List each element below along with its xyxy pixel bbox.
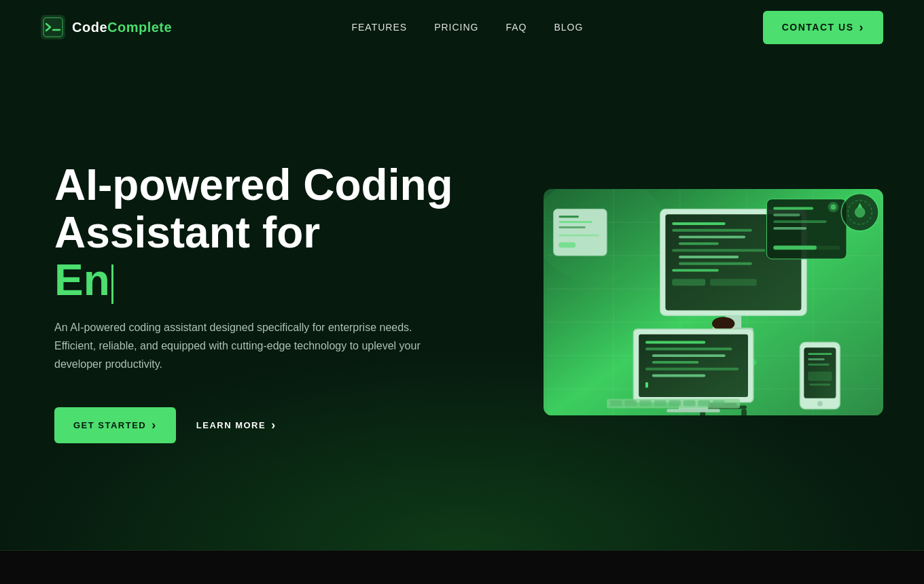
svg-rect-21 [679,256,739,258]
svg-rect-42 [559,242,576,247]
svg-rect-47 [741,409,747,415]
hero-image-container [544,189,883,415]
svg-rect-41 [559,234,599,236]
svg-point-83 [817,401,823,407]
svg-rect-54 [639,334,748,397]
svg-rect-32 [773,227,806,230]
svg-rect-60 [652,374,705,377]
svg-rect-22 [679,262,752,265]
svg-rect-55 [645,341,705,343]
hero-title-highlight: En [54,256,110,305]
svg-point-34 [831,204,836,209]
svg-rect-78 [808,353,832,355]
svg-rect-80 [808,364,829,366]
svg-rect-31 [773,220,826,223]
svg-rect-29 [773,207,813,209]
logo-icon [41,15,65,39]
svg-rect-65 [610,400,622,407]
learn-more-button[interactable]: LEARN MORE [196,418,277,432]
svg-rect-40 [559,226,586,228]
chevron-right-icon [859,20,864,35]
svg-rect-19 [679,242,719,245]
hero-section: AI-powered Coding Assistant for En An AI… [0,54,924,550]
cursor-blink [111,264,113,304]
svg-rect-30 [773,213,800,216]
svg-rect-56 [645,347,732,350]
chevron-right-icon [152,418,157,432]
svg-rect-36 [773,245,817,250]
svg-rect-79 [808,358,825,360]
svg-rect-18 [679,235,745,238]
svg-rect-58 [652,361,699,364]
nav-links: FEATURES PRICING FAQ BLOG [351,21,583,33]
svg-rect-67 [639,400,652,407]
hero-cta-group: GET STARTED LEARN MORE [54,407,510,443]
svg-rect-61 [645,382,648,388]
hero-content: AI-powered Coding Assistant for En An AI… [54,161,510,444]
svg-rect-69 [669,400,681,407]
logo[interactable]: CodeComplete [41,15,172,39]
hero-svg-illustration [544,189,883,415]
svg-point-50 [712,317,734,330]
svg-rect-24 [672,279,705,286]
svg-rect-72 [713,400,725,407]
contact-us-button[interactable]: CONTACT US [763,11,883,44]
svg-rect-38 [559,216,579,218]
hero-title: AI-powered Coding Assistant for En [54,161,510,305]
svg-rect-71 [698,400,710,407]
svg-rect-82 [809,383,830,385]
hero-illustration [544,189,883,415]
navbar: CodeComplete FEATURES PRICING FAQ BLOG C… [0,0,924,54]
svg-rect-70 [683,400,696,407]
hero-description: An AI-powered coding assistant designed … [54,318,448,374]
svg-rect-66 [625,400,637,407]
svg-rect-17 [672,229,752,232]
svg-rect-63 [667,409,719,412]
svg-rect-25 [710,279,757,286]
svg-rect-16 [672,222,725,225]
svg-rect-23 [672,269,719,271]
svg-rect-81 [808,371,832,381]
svg-rect-57 [652,354,726,357]
get-started-button[interactable]: GET STARTED [54,407,176,443]
nav-features[interactable]: FEATURES [351,22,407,33]
chevron-right-icon [271,418,277,432]
svg-rect-39 [559,221,592,223]
nav-pricing[interactable]: PRICING [434,22,478,33]
footer-strip [0,550,924,584]
nav-faq[interactable]: FAQ [505,22,527,33]
svg-rect-59 [645,368,739,371]
svg-point-75 [855,207,866,218]
svg-rect-20 [672,249,765,252]
nav-blog[interactable]: BLOG [554,22,583,33]
svg-rect-68 [654,400,667,407]
logo-text: CodeComplete [72,20,172,35]
